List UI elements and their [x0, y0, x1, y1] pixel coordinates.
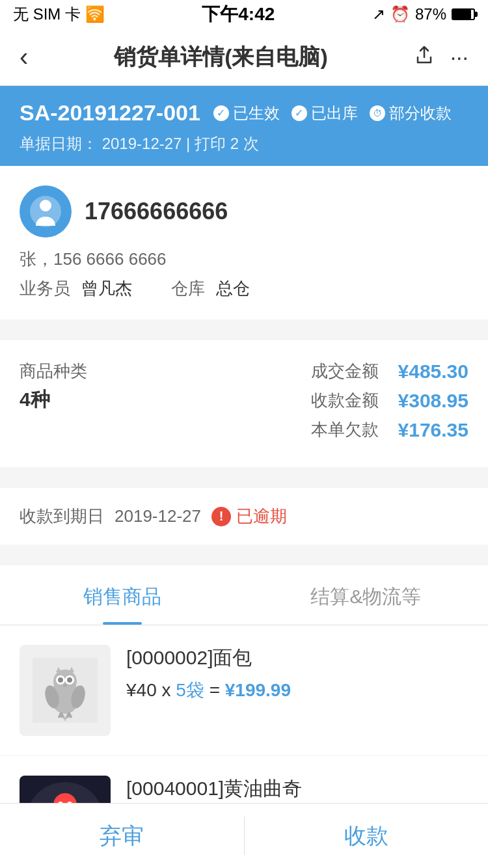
tab-settlement[interactable]: 结算&物流等 — [244, 565, 488, 625]
warehouse-value: 总仓 — [216, 278, 250, 298]
warehouse-label: 仓库 — [171, 278, 205, 298]
order-meta-date-label: 单据日期： — [20, 135, 98, 152]
status-time: 下午4:42 — [202, 2, 275, 27]
due-date-label: 收款到期日 — [20, 505, 104, 528]
order-meta-date-value: 2019-12-27 — [102, 135, 182, 152]
amount-value-3: ¥176.35 — [398, 419, 468, 441]
svg-text:+: + — [62, 714, 67, 723]
product-total-1: ¥199.99 — [225, 680, 291, 700]
badge-active-label: 已生效 — [233, 103, 280, 124]
order-header: SA-20191227-001 ✓ 已生效 ✓ 已出库 ⏱ 部分收款 单据日期：… — [0, 86, 488, 166]
badge-active: ✓ 已生效 — [213, 103, 280, 124]
avatar-person-icon — [30, 196, 61, 227]
product-name-1: [0000002]面包 — [126, 645, 468, 671]
customer-name: 17666666666 — [85, 198, 228, 225]
alarm-icon: ⏰ — [390, 5, 410, 23]
overdue-icon: ! — [211, 507, 231, 526]
nav-actions: ··· — [414, 44, 468, 70]
product-unit-price-1: ¥40 — [126, 680, 157, 700]
clock-icon: ⏱ — [370, 105, 385, 121]
customer-sales: 业务员 曾凡杰 — [20, 277, 132, 300]
amount-label-2: 收款金额 — [311, 389, 379, 412]
badge-partial: ⏱ 部分收款 — [370, 103, 452, 124]
badge-partial-label: 部分收款 — [389, 103, 452, 124]
separator-1 — [0, 330, 488, 340]
battery-status: 87% — [415, 5, 446, 23]
order-meta: 单据日期： 2019-12-27 | 打印 2 次 — [20, 133, 468, 154]
cancel-button[interactable]: 弃审 — [0, 804, 244, 868]
separator-3 — [0, 555, 488, 565]
check-icon-active: ✓ — [213, 105, 229, 121]
nav-bar: ‹ 销货单详情(来自电脑) ··· — [0, 29, 488, 86]
order-meta-print: | 打印 2 次 — [186, 135, 259, 152]
tabs-row: 销售商品 结算&物流等 — [0, 565, 488, 625]
amount-label-1: 成交金额 — [311, 360, 379, 383]
product-image-owl: + — [33, 658, 98, 723]
summary-section: 商品种类 4种 成交金额 ¥485.30 收款金额 ¥308.95 本单欠款 ¥… — [0, 340, 488, 467]
summary-left: 商品种类 4种 — [20, 360, 87, 413]
overdue-badge: ! 已逾期 — [211, 505, 287, 528]
product-price-1: ¥40 x 5袋 = ¥199.99 — [126, 678, 468, 703]
tabs-section: 销售商品 结算&物流等 — [0, 565, 488, 625]
more-button[interactable]: ··· — [450, 44, 468, 70]
summary-right: 成交金额 ¥485.30 收款金额 ¥308.95 本单欠款 ¥176.35 — [311, 360, 468, 448]
amount-value-1: ¥485.30 — [398, 360, 468, 383]
amount-label-3: 本单欠款 — [311, 418, 379, 441]
product-qty-1: 5袋 — [176, 680, 204, 700]
order-id: SA-20191227-001 — [20, 100, 200, 126]
sim-status: 无 SIM 卡 🛜 — [13, 4, 105, 25]
svg-point-6 — [67, 677, 72, 683]
location-icon: ↗ — [372, 5, 385, 23]
separator-2 — [0, 478, 488, 488]
tab-settlement-label: 结算&物流等 — [310, 586, 421, 607]
sales-value: 曾凡杰 — [81, 278, 132, 298]
avatar — [20, 185, 72, 237]
customer-warehouse: 仓库 总仓 — [171, 277, 250, 300]
customer-detail: 张，156 6666 6666 — [20, 248, 468, 271]
customer-section: 17666666666 张，156 6666 6666 业务员 曾凡杰 仓库 总… — [0, 166, 488, 319]
tab-sales-label: 销售商品 — [83, 586, 161, 607]
svg-point-5 — [58, 677, 63, 683]
share-button[interactable] — [414, 44, 435, 70]
order-badges: ✓ 已生效 ✓ 已出库 ⏱ 部分收款 — [213, 103, 452, 124]
badge-shipped-label: 已出库 — [311, 103, 358, 124]
amount-row-3: 本单欠款 ¥176.35 — [311, 418, 468, 441]
page-title: 销货单详情(来自电脑) — [114, 42, 328, 72]
due-date-section: 收款到期日 2019-12-27 ! 已逾期 — [0, 488, 488, 545]
check-icon-shipped: ✓ — [291, 105, 307, 121]
amount-row-1: 成交金额 ¥485.30 — [311, 360, 468, 383]
product-item-1: + [0000002]面包 ¥40 x 5袋 = ¥199.99 — [0, 625, 488, 756]
battery-icon — [452, 8, 475, 20]
overdue-text: 已逾期 — [236, 505, 287, 528]
confirm-button[interactable]: 收款 — [245, 804, 489, 868]
customer-meta: 业务员 曾凡杰 仓库 总仓 — [20, 277, 468, 300]
bottom-bar: 弃审 收款 — [0, 803, 488, 868]
tab-sales[interactable]: 销售商品 — [0, 565, 244, 625]
status-bar: 无 SIM 卡 🛜 下午4:42 ↗ ⏰ 87% — [0, 0, 488, 29]
product-types-value: 4种 — [20, 387, 87, 413]
amount-value-2: ¥308.95 — [398, 390, 468, 412]
badge-shipped: ✓ 已出库 — [291, 103, 358, 124]
product-info-1: [0000002]面包 ¥40 x 5袋 = ¥199.99 — [126, 645, 468, 703]
back-button[interactable]: ‹ — [20, 42, 28, 72]
product-name-2: [00040001]黄油曲奇 — [126, 776, 468, 802]
amount-row-2: 收款金额 ¥308.95 — [311, 389, 468, 412]
status-left: 无 SIM 卡 🛜 — [13, 4, 105, 25]
due-date-value: 2019-12-27 — [115, 506, 201, 526]
product-image-1: + — [20, 645, 111, 736]
sales-label: 业务员 — [20, 278, 70, 298]
status-right: ↗ ⏰ 87% — [372, 5, 475, 23]
product-types-label: 商品种类 — [20, 360, 87, 383]
